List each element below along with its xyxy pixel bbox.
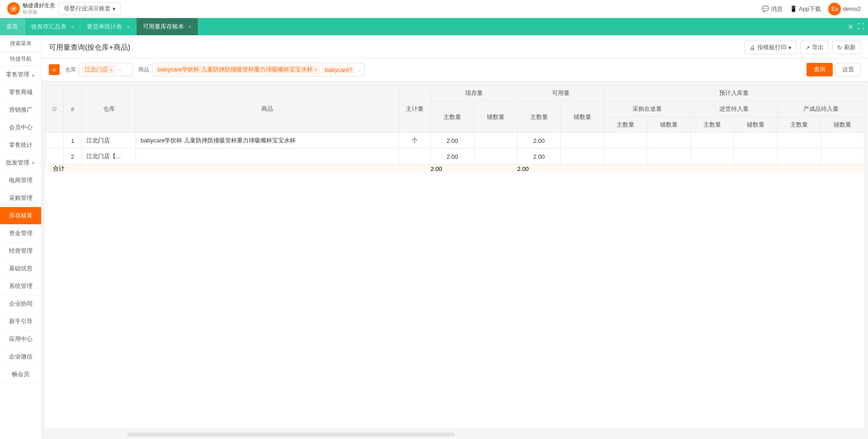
th-stock-group: 现存量 — [430, 85, 517, 101]
sidebar-item-retail-mall[interactable]: 零售商城 — [0, 84, 41, 101]
close-order-stat-tab[interactable]: × — [127, 24, 129, 29]
download-icon: 📱 — [790, 5, 797, 12]
query-btn[interactable]: 查询 — [807, 63, 833, 76]
message-action[interactable]: 💬 消息 — [762, 5, 783, 13]
th-forecast-group: 预计入库量 — [604, 85, 864, 101]
sidebar-item-new-guide[interactable]: 新手引导 — [0, 313, 41, 330]
sidebar-retail-stats-label: 零售统计 — [9, 141, 33, 149]
export-icon: ↗ — [805, 44, 810, 51]
cell-incoming-main — [691, 133, 734, 149]
close-all-tabs-icon[interactable]: ✕ — [848, 23, 854, 31]
cell-index: 2 — [64, 149, 82, 165]
message-icon: 💬 — [762, 5, 769, 12]
cell-settings[interactable] — [46, 133, 64, 149]
cell-purchase-transit-main — [604, 149, 647, 165]
warehouse-filter-more[interactable]: ··· — [118, 66, 122, 73]
tab-home[interactable]: 首页 — [0, 18, 25, 35]
sidebar-item-basics[interactable]: 基础信息 — [0, 260, 41, 278]
footer-purchase-transit-main — [604, 165, 647, 173]
sidebar-system-label: 系统管理 — [9, 282, 33, 290]
sidebar-marketing-label: 营销推广 — [9, 106, 33, 114]
tab-receivable[interactable]: 收发存汇总表 × — [25, 18, 80, 35]
cell-stock-main: 2.00 — [430, 149, 474, 165]
sidebar-item-marketing[interactable]: 营销推广 — [0, 101, 41, 119]
cell-stock-main: 2.00 — [430, 133, 474, 149]
footer-purchase-transit-aux — [647, 165, 691, 173]
tab-available-stock[interactable]: 可用量库存账本 × — [137, 18, 198, 35]
available-stock-tab-label: 可用量库存账本 — [143, 23, 184, 31]
th-purchase-transit-aux: 辅数量 — [647, 117, 691, 133]
footer-available-main: 2.00 — [517, 165, 561, 173]
home-tab-label: 首页 — [6, 23, 18, 31]
app-download-action[interactable]: 📱 App下载 — [790, 5, 821, 13]
warehouse-filter-tags[interactable]: 江北门店 × ··· — [79, 63, 133, 76]
cell-index: 1 — [64, 133, 82, 149]
user-action[interactable]: Ea demo2 — [828, 3, 861, 15]
sidebar-quick-nav[interactable]: 快捷导航 — [0, 52, 41, 66]
page-actions: 🖨 按模板打印 ▾ ↗ 导出 ↻ 刷新 — [745, 41, 861, 54]
th-purchase-transit-main: 主数量 — [604, 117, 647, 133]
sidebar-item-inventory[interactable]: 库存核算 — [0, 207, 41, 225]
close-available-stock-tab[interactable]: × — [189, 24, 191, 29]
expand-nav-icon[interactable]: ⛶ — [857, 23, 864, 31]
product-filter-tags[interactable]: babycare学饮杯 儿童防摔防撞吸管杯重力球吸嘴杯宝宝水杯 × babyca… — [152, 63, 364, 76]
sidebar-app-center-label: 应用中心 — [9, 335, 33, 343]
cell-incoming-aux — [734, 149, 778, 165]
sidebar-item-enterprise-wx[interactable]: 企业微信 — [0, 348, 41, 366]
sidebar-item-app-center[interactable]: 应用中心 — [0, 330, 41, 348]
sidebar-item-finance[interactable]: 资金管理 — [0, 225, 41, 242]
cell-purchase-transit-aux — [647, 149, 691, 165]
sidebar-item-retail-stats[interactable]: 零售统计 — [0, 137, 41, 154]
sidebar-item-enterprise[interactable]: 企业协同 — [0, 295, 41, 313]
sidebar-item-purchase[interactable]: 采购管理 — [0, 189, 41, 207]
logo-icon — [7, 2, 20, 15]
footer-incoming-main — [691, 165, 734, 173]
tab-order-stat[interactable]: 要货单统计表 × — [80, 18, 136, 35]
sidebar: 搜索菜单 快捷导航 零售管理 ▲ 零售商城 营销推广 会员中心 零售统计 批发管… — [0, 35, 42, 439]
warehouse-tag-text: 江北门店 — [85, 66, 108, 74]
th-production-group: 产成品待入量 — [778, 101, 864, 117]
logo: 畅捷通好生意 标准版 — [7, 2, 55, 15]
cell-available-main: 2.00 — [517, 133, 561, 149]
sidebar-item-wholesale-mgmt[interactable]: 批发管理 ▼ — [0, 154, 41, 172]
cell-purchase-transit-main — [604, 133, 647, 149]
footer-production-main — [778, 165, 821, 173]
receivable-tab-label: 收发存汇总表 — [31, 23, 66, 31]
product-tag-0: babycare学饮杯 儿童防摔防撞吸管杯重力球吸嘴杯宝宝水杯 × — [155, 65, 321, 75]
template-print-btn[interactable]: 🖨 按模板打印 ▾ — [745, 41, 797, 54]
sidebar-item-system[interactable]: 系统管理 — [0, 278, 41, 295]
warehouse-filter-label: 仓库 — [65, 66, 76, 74]
sidebar-search[interactable]: 搜索菜单 — [0, 35, 41, 52]
filter-expand-btn[interactable]: » — [49, 64, 60, 75]
product-filter-more[interactable]: ... — [357, 66, 361, 73]
warehouse-tag-close[interactable]: × — [109, 66, 113, 73]
cell-production-main — [778, 133, 821, 149]
sidebar-item-ecommerce[interactable]: 电商管理 — [0, 172, 41, 189]
cell-unit: 个 — [399, 133, 430, 149]
scrollbar-thumb[interactable] — [127, 433, 455, 436]
close-receivable-tab[interactable]: × — [71, 24, 74, 29]
export-btn[interactable]: ↗ 导出 — [800, 41, 829, 54]
th-purchase-transit-group: 采购在途量 — [604, 101, 691, 117]
product-tag-text-1: babycare? — [325, 66, 353, 73]
th-product: 商品 — [136, 85, 399, 133]
sidebar-item-operations[interactable]: 经营管理 — [0, 242, 41, 260]
industry-selector[interactable]: 母婴行业演示账套 ▾ — [59, 2, 121, 15]
th-production-aux: 辅数量 — [821, 117, 864, 133]
th-incoming-group: 进货待入量 — [691, 101, 778, 117]
setting-btn[interactable]: 设置 — [835, 63, 861, 76]
refresh-btn[interactable]: ↻ 刷新 — [832, 41, 861, 54]
product-tag-close-0[interactable]: × — [314, 66, 318, 73]
sidebar-enterprise-label: 企业协同 — [9, 300, 33, 308]
th-settings[interactable]: ⚙ — [46, 85, 64, 133]
top-bar: 畅捷通好生意 标准版 母婴行业演示账套 ▾ 💬 消息 📱 App下载 Ea de… — [0, 0, 868, 18]
footer-label: 合计 — [46, 165, 431, 173]
sidebar-wholesale-mgmt-label: 批发管理 — [6, 159, 29, 167]
sidebar-item-retail-mgmt[interactable]: 零售管理 ▲ — [0, 66, 41, 84]
logo-sub: 标准版 — [23, 9, 55, 15]
order-stat-tab-label: 要货单统计表 — [87, 23, 122, 31]
sidebar-item-member-center[interactable]: 会员中心 — [0, 119, 41, 137]
sidebar-item-member[interactable]: 畅会员 — [0, 366, 41, 383]
cell-settings[interactable] — [46, 149, 64, 165]
product-filter-label: 商品 — [138, 66, 149, 74]
